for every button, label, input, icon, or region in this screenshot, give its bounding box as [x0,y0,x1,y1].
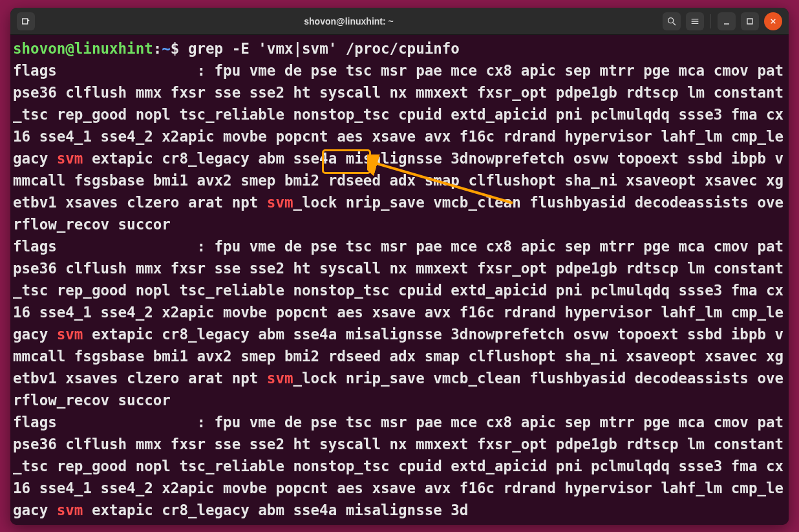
output-line: flags : fpu vme de pse tsc msr pae mce c… [13,414,789,518]
maximize-icon [745,16,755,27]
flags-label: flags [13,238,57,255]
svm-highlight: svm [267,194,293,211]
output-line: flags : fpu vme de pse tsc msr pae mce c… [13,238,789,409]
prompt-path: ~ [162,40,171,57]
search-icon [666,16,677,27]
titlebar: shovon@linuxhint: ~ [10,8,789,35]
output-line: flags : fpu vme de pse tsc msr pae mce c… [13,62,789,233]
new-tab-button[interactable] [17,12,35,30]
close-button[interactable] [764,12,782,30]
window-title: shovon@linuxhint: ~ [35,16,663,27]
svg-point-0 [668,18,674,23]
svm-highlight: svm [57,326,83,343]
close-icon [768,16,778,27]
divider [710,14,711,28]
hamburger-menu-button[interactable] [686,12,704,30]
minimize-icon [721,16,732,27]
terminal-window: shovon@linuxhint: ~ [10,8,789,525]
prompt-userhost: shovon@linuxhint [13,40,153,57]
prompt-symbol: $ [171,40,180,57]
svm-highlight-boxed: svm [57,150,83,167]
maximize-button[interactable] [741,12,759,30]
new-tab-icon [21,16,31,27]
command: grep -E 'vmx|svm' /proc/cpuinfo [188,40,460,57]
hamburger-icon [690,16,700,27]
search-button[interactable] [663,12,681,30]
command-text [179,40,188,57]
prompt-separator: : [153,40,162,57]
flags-label: flags [13,414,57,431]
svg-line-1 [673,23,676,25]
flags-text: extapic cr8_legacy abm sse4a misalignsse… [83,502,468,518]
svm-highlight: svm [267,370,293,387]
terminal-body[interactable]: shovon@linuxhint:~$ grep -E 'vmx|svm' /p… [10,35,789,525]
svm-highlight: svm [57,502,83,518]
flags-label: flags [13,62,57,79]
minimize-button[interactable] [718,12,736,30]
